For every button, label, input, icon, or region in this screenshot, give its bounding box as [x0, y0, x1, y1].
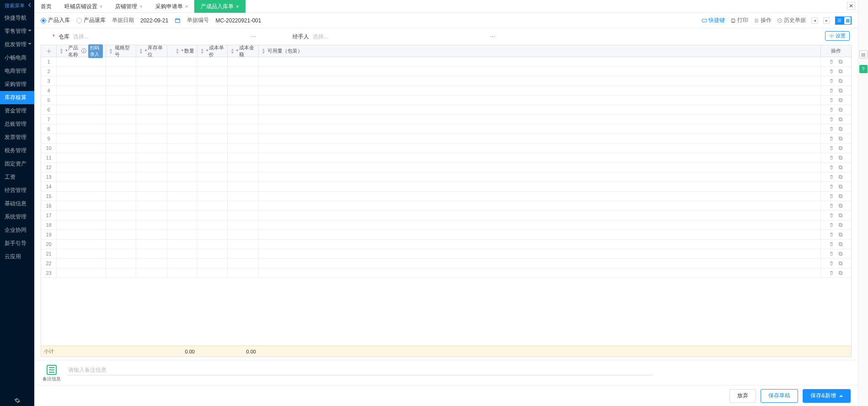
cell-unit[interactable] — [136, 124, 167, 134]
cell-price[interactable] — [197, 172, 228, 182]
radio-inbound[interactable]: 产品入库 — [41, 16, 70, 24]
cell-unit[interactable] — [136, 57, 167, 66]
cell-name[interactable] — [57, 67, 106, 76]
close-icon[interactable]: × — [236, 0, 239, 13]
copy-row-icon[interactable] — [838, 184, 843, 189]
cell-name[interactable] — [57, 144, 106, 153]
close-icon[interactable]: × — [185, 0, 188, 13]
sidebar-search[interactable]: 搜索菜单 — [0, 0, 34, 11]
sidebar-item-11[interactable]: 固定资产 — [0, 157, 34, 171]
table-row[interactable]: 19 — [41, 230, 851, 240]
cell-unit[interactable] — [136, 201, 167, 210]
cell-unit[interactable] — [136, 76, 167, 85]
delete-row-icon[interactable] — [829, 241, 834, 247]
cell-price[interactable] — [197, 211, 228, 220]
cell-avail[interactable] — [259, 86, 821, 95]
delete-row-icon[interactable] — [829, 117, 834, 122]
cell-avail[interactable] — [259, 76, 821, 85]
cell-avail[interactable] — [259, 163, 821, 172]
delete-row-icon[interactable] — [829, 59, 834, 64]
sidebar-item-6[interactable]: 库存核算 — [0, 91, 34, 104]
cell-qty[interactable] — [167, 172, 197, 182]
cell-name[interactable] — [57, 86, 106, 95]
cell-avail[interactable] — [259, 249, 821, 258]
sidebar-item-10[interactable]: 税务管理 — [0, 144, 34, 157]
cell-name[interactable] — [57, 57, 106, 66]
cell-unit[interactable] — [136, 163, 167, 172]
cell-unit[interactable] — [136, 153, 167, 162]
table-row[interactable]: 10 — [41, 144, 851, 153]
copy-row-icon[interactable] — [838, 213, 843, 218]
table-row[interactable]: 18 — [41, 220, 851, 230]
cell-name[interactable] — [57, 124, 106, 134]
table-row[interactable]: 2 — [41, 67, 851, 76]
cell-amt[interactable] — [228, 124, 259, 134]
view-list-button[interactable]: ☰ — [835, 16, 843, 25]
cell-amt[interactable] — [228, 144, 259, 153]
cell-price[interactable] — [197, 57, 228, 66]
cell-amt[interactable] — [228, 96, 259, 105]
cell-price[interactable] — [197, 134, 228, 143]
cell-qty[interactable] — [167, 240, 197, 249]
cell-unit[interactable] — [136, 134, 167, 143]
cell-qty[interactable] — [167, 201, 197, 210]
cell-avail[interactable] — [259, 67, 821, 76]
table-row[interactable]: 9 — [41, 134, 851, 144]
cell-price[interactable] — [197, 201, 228, 210]
cell-unit[interactable] — [136, 86, 167, 95]
sidebar-item-5[interactable]: 采购管理 — [0, 78, 34, 91]
table-row[interactable]: 5 — [41, 96, 851, 105]
copy-row-icon[interactable] — [838, 126, 843, 132]
delete-row-icon[interactable] — [829, 69, 834, 74]
cell-amt[interactable] — [228, 268, 259, 278]
cell-spec[interactable] — [106, 220, 136, 230]
sidebar-item-9[interactable]: 发票管理 — [0, 131, 34, 144]
sidebar-item-4[interactable]: 电商管理 — [0, 64, 34, 78]
cell-avail[interactable] — [259, 240, 821, 249]
delete-row-icon[interactable] — [829, 193, 834, 199]
cell-unit[interactable] — [136, 96, 167, 105]
sidebar-item-14[interactable]: 基础信息 — [0, 197, 34, 210]
cell-qty[interactable] — [167, 67, 197, 76]
cell-name[interactable] — [57, 259, 106, 268]
cell-avail[interactable] — [259, 96, 821, 105]
cell-spec[interactable] — [106, 105, 136, 114]
view-grid-button[interactable]: ▦ — [843, 16, 852, 25]
table-row[interactable]: 11 — [41, 153, 851, 163]
cell-name[interactable] — [57, 105, 106, 114]
cell-unit[interactable] — [136, 220, 167, 230]
print-link[interactable]: 打印 — [730, 16, 748, 24]
cell-amt[interactable] — [228, 163, 259, 172]
scan-badge[interactable]: 扫码录入 — [88, 44, 103, 58]
table-row[interactable]: 12 — [41, 163, 851, 172]
table-row[interactable]: 4 — [41, 86, 851, 96]
cell-avail[interactable] — [259, 134, 821, 143]
cell-amt[interactable] — [228, 57, 259, 66]
cell-amt[interactable] — [228, 240, 259, 249]
save-and-new-button[interactable]: 保存&新增 — [803, 389, 851, 403]
rail-help-icon[interactable]: ? — [859, 65, 868, 73]
copy-row-icon[interactable] — [838, 78, 843, 84]
cell-price[interactable] — [197, 249, 228, 258]
cell-amt[interactable] — [228, 172, 259, 182]
prev-doc-button[interactable]: ◂ — [811, 17, 818, 24]
cell-price[interactable] — [197, 115, 228, 124]
cell-amt[interactable] — [228, 230, 259, 239]
cell-unit[interactable] — [136, 259, 167, 268]
delete-row-icon[interactable] — [829, 174, 834, 180]
cell-avail[interactable] — [259, 153, 821, 162]
delete-row-icon[interactable] — [829, 232, 834, 237]
tab-0[interactable]: 首页 — [34, 0, 58, 13]
cell-name[interactable] — [57, 249, 106, 258]
cell-spec[interactable] — [106, 172, 136, 182]
delete-row-icon[interactable] — [829, 78, 834, 84]
cell-qty[interactable] — [167, 115, 197, 124]
cell-spec[interactable] — [106, 182, 136, 191]
cell-qty[interactable] — [167, 144, 197, 153]
cell-qty[interactable] — [167, 259, 197, 268]
copy-row-icon[interactable] — [838, 232, 843, 237]
tabs-close-all[interactable]: ✕ — [847, 2, 855, 10]
cell-spec[interactable] — [106, 230, 136, 239]
cell-unit[interactable] — [136, 67, 167, 76]
cell-avail[interactable] — [259, 182, 821, 191]
